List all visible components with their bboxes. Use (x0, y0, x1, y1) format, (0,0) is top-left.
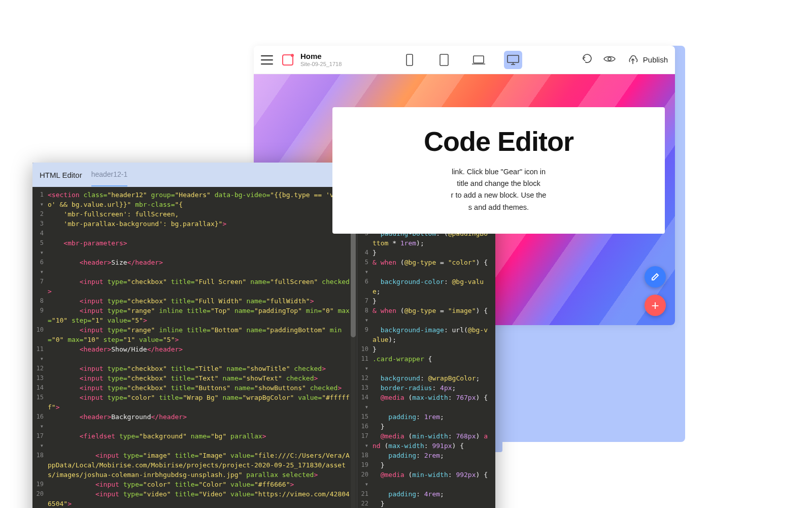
topbar: Home Site-09-25_1718 Publish (254, 46, 675, 74)
site-name: Site-09-25_1718 (300, 61, 342, 68)
page-titles: Home Site-09-25_1718 (300, 52, 342, 68)
publish-button[interactable]: Publish (627, 55, 668, 65)
code-line[interactable]: 4} (357, 248, 495, 258)
code-line[interactable]: 12 <input type="checkbox" title="Title" … (32, 364, 357, 373)
code-line[interactable]: 19 } (357, 460, 495, 470)
code-line[interactable]: 11 ▾.card-wrapper { (357, 354, 495, 373)
code-line[interactable]: 5 ▾ <mbr-parameters> (32, 238, 357, 258)
preview-icon[interactable] (603, 54, 616, 66)
code-line[interactable]: 21 padding: 4rem; (357, 489, 495, 499)
device-phone[interactable] (400, 51, 419, 69)
svg-rect-4 (507, 55, 519, 62)
code-line[interactable]: 6 ▾ <header>Size</header> (32, 258, 357, 277)
code-line[interactable]: 13 <input type="checkbox" title="Text" n… (32, 373, 357, 383)
code-line[interactable]: 8 <input type="checkbox" title="Full Wid… (32, 296, 357, 306)
html-editor-pane: HTML Editor header12-1 1 ▾<section class… (32, 163, 357, 508)
code-line[interactable]: 2 'mbr-fullscreen': fullScreen, (32, 209, 357, 219)
code-line[interactable]: 20 <input type="video" title="Video" val… (32, 489, 357, 508)
svg-rect-2 (473, 56, 484, 63)
svg-point-7 (608, 57, 611, 60)
code-line[interactable]: 22 } (357, 499, 495, 508)
svg-rect-0 (407, 54, 413, 66)
undo-icon[interactable] (581, 54, 592, 66)
code-line[interactable]: 8 ▾& when (@bg-type = "image") { (357, 306, 495, 325)
device-laptop[interactable] (469, 51, 488, 69)
top-actions: Publish (581, 54, 668, 66)
code-line[interactable]: 15 padding: 1rem; (357, 412, 495, 422)
code-line[interactable]: 7} (357, 296, 495, 306)
code-line[interactable]: 12 background: @wrapBgColor; (357, 373, 495, 383)
menu-icon[interactable] (261, 55, 273, 65)
code-line[interactable]: 9 <input type="range" inline title="Top"… (32, 306, 357, 325)
code-line[interactable]: 17 ▾ @media (min-width: 768px) and (max-… (357, 431, 495, 451)
code-line[interactable]: 16 ▾ <header>Background</header> (32, 412, 357, 431)
code-line[interactable]: 18 <input type="image" title="Image" val… (32, 451, 357, 480)
app-logo-icon[interactable] (282, 54, 293, 66)
code-line[interactable]: 11 ▾ <header>Show/Hide</header> (32, 344, 357, 364)
edit-fab[interactable] (645, 266, 666, 288)
code-line[interactable]: 7 <input type="checkbox" title="Full Scr… (32, 277, 357, 296)
svg-rect-1 (440, 54, 448, 66)
fab-stack: + (645, 266, 666, 316)
code-line[interactable]: 6 background-color: @bg-value; (357, 277, 495, 296)
device-switcher (342, 51, 581, 69)
code-line[interactable]: 14 <input type="checkbox" title="Buttons… (32, 383, 357, 393)
code-line[interactable]: 10 <input type="range" inline title="Bot… (32, 325, 357, 344)
add-fab[interactable]: + (645, 295, 666, 316)
code-line[interactable]: 14 ▾ @media (max-width: 767px) { (357, 393, 495, 412)
card-title: Code Editor (353, 125, 645, 157)
code-line[interactable]: 3 'mbr-parallax-background': bg.parallax… (32, 219, 357, 229)
content-card[interactable]: Code Editor link. Click blue "Gear" icon… (332, 107, 665, 234)
code-line[interactable]: 18 padding: 2rem; (357, 451, 495, 460)
html-editor-subtitle[interactable]: header12-1 (91, 170, 128, 186)
html-scrollbar[interactable] (351, 190, 356, 508)
device-tablet[interactable] (435, 51, 453, 69)
code-line[interactable]: 1 ▾<section class="header12" group="Head… (32, 190, 357, 209)
publish-label: Publish (643, 55, 668, 64)
page-name: Home (300, 52, 342, 61)
code-line[interactable]: 19 <input type="color" title="Color" val… (32, 480, 357, 489)
code-line[interactable]: 15 <input type="color" title="Wrap Bg" n… (32, 393, 357, 412)
code-line[interactable]: 9 background-image: url(@bg-value); (357, 325, 495, 344)
code-line[interactable]: 4 (32, 229, 357, 238)
code-line[interactable]: 16 } (357, 422, 495, 431)
code-line[interactable]: 13 border-radius: 4px; (357, 383, 495, 393)
card-text: link. Click blue "Gear" icon in title an… (353, 166, 645, 213)
html-code-body[interactable]: 1 ▾<section class="header12" group="Head… (32, 187, 357, 508)
html-editor-title: HTML Editor (40, 171, 82, 179)
code-line[interactable]: 17 ▾ <fieldset type="background" name="b… (32, 431, 357, 451)
device-desktop[interactable] (504, 51, 522, 69)
html-editor-header: HTML Editor header12-1 (32, 163, 357, 187)
code-line[interactable]: 20 ▾ @media (min-width: 992px) { (357, 470, 495, 489)
css-code-body[interactable]: 1 ▾& when not (@fullScreen) {2 padding-t… (357, 187, 495, 508)
code-line[interactable]: 10} (357, 344, 495, 354)
code-line[interactable]: 5 ▾& when (@bg-type = "color") { (357, 258, 495, 277)
